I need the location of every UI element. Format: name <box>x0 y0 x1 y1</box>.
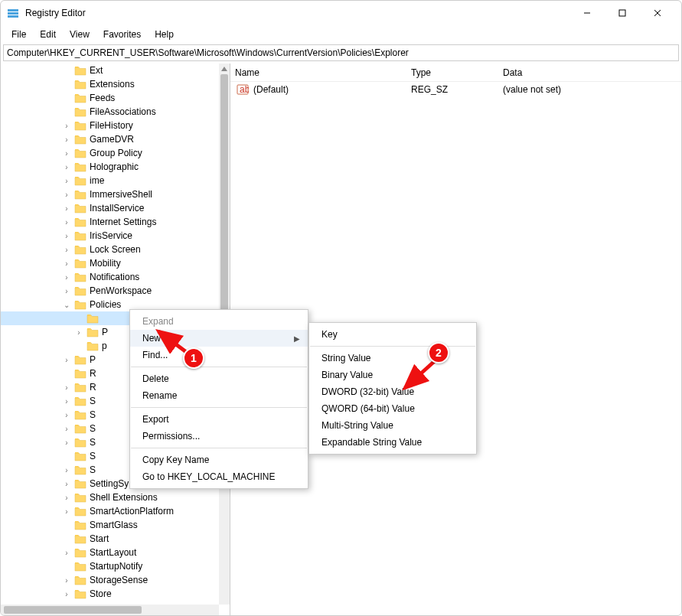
context-rename[interactable]: Rename <box>130 387 308 404</box>
tree-horizontal-scrollbar[interactable] <box>1 605 219 615</box>
tree-item[interactable]: Extensions <box>1 77 219 91</box>
tree-item[interactable]: SmartGlass <box>1 518 219 532</box>
maximize-button[interactable] <box>605 1 640 25</box>
tree-item[interactable]: ›ImmersiveShell <box>1 187 219 201</box>
tree-item[interactable]: ›StartLayout <box>1 546 219 559</box>
svg-rect-1 <box>8 12 18 15</box>
tree-label: Mobility <box>90 258 121 269</box>
chevron-icon[interactable]: › <box>62 438 71 447</box>
menu-view[interactable]: View <box>64 28 96 41</box>
tree-item[interactable]: ›Group Policy <box>1 146 219 160</box>
tree-item[interactable]: ›GameDVR <box>1 132 219 146</box>
chevron-icon[interactable]: › <box>62 149 71 158</box>
tree-item[interactable]: ›PenWorkspace <box>1 284 219 298</box>
minimize-button[interactable] <box>569 1 605 25</box>
context-export[interactable]: Export <box>130 411 308 428</box>
tree-item[interactable]: ›InstallService <box>1 201 219 215</box>
column-header-name[interactable]: Name <box>230 67 406 78</box>
regedit-app-icon <box>7 7 19 19</box>
submenu-key[interactable]: Key <box>309 326 476 343</box>
chevron-icon[interactable]: › <box>62 356 71 364</box>
scroll-up-icon[interactable] <box>220 65 228 73</box>
submenu-dword-value[interactable]: DWORD (32-bit) Value <box>309 383 476 400</box>
tree-item[interactable]: ›Notifications <box>1 270 219 284</box>
chevron-icon[interactable]: › <box>62 590 71 598</box>
chevron-icon[interactable]: › <box>62 232 71 240</box>
tree-label: Extensions <box>90 79 135 90</box>
tree-item[interactable]: StartupNotify <box>1 559 219 573</box>
chevron-icon[interactable]: › <box>62 507 71 516</box>
tree-label: Notifications <box>90 272 139 282</box>
chevron-icon[interactable]: › <box>62 163 71 171</box>
chevron-icon[interactable]: › <box>62 397 71 406</box>
tree-item[interactable]: Ext <box>1 64 219 77</box>
chevron-icon[interactable]: › <box>62 135 71 144</box>
value-type: REG_SZ <box>411 84 503 95</box>
tree-label: S <box>90 464 96 475</box>
tree-label: ImmersiveShell <box>90 189 152 200</box>
chevron-icon[interactable]: › <box>62 204 71 213</box>
tree-item[interactable]: ›Internet Settings <box>1 215 219 229</box>
scroll-thumb-vertical[interactable] <box>220 74 228 319</box>
tree-item[interactable]: Start <box>1 532 219 546</box>
tree-item[interactable]: ›Shell Extensions <box>1 491 219 504</box>
column-header-data[interactable]: Data <box>498 67 681 78</box>
separator <box>131 407 307 408</box>
tree-item[interactable]: ›Store <box>1 587 219 601</box>
chevron-icon[interactable]: › <box>62 494 71 502</box>
chevron-icon[interactable]: › <box>74 328 83 337</box>
chevron-icon[interactable]: › <box>62 480 71 488</box>
tree-item[interactable]: FileAssociations <box>1 105 219 119</box>
submenu-multi-string-value[interactable]: Multi-String Value <box>309 417 476 434</box>
tree-item[interactable]: ›Lock Screen <box>1 243 219 256</box>
string-value-icon: ab <box>237 83 249 96</box>
chevron-icon[interactable]: › <box>62 122 71 130</box>
chevron-icon[interactable]: › <box>62 411 71 419</box>
context-delete[interactable]: Delete <box>130 370 308 387</box>
submenu-arrow-icon: ▶ <box>294 334 300 343</box>
tree-item[interactable]: ›Mobility <box>1 256 219 270</box>
submenu-binary-value[interactable]: Binary Value <box>309 367 476 383</box>
context-copy-key-name[interactable]: Copy Key Name <box>130 451 308 468</box>
chevron-icon[interactable]: › <box>62 549 71 557</box>
chevron-icon[interactable]: › <box>62 273 71 282</box>
chevron-icon[interactable]: ⌄ <box>62 301 71 309</box>
menu-file[interactable]: File <box>5 28 32 41</box>
menu-help[interactable]: Help <box>148 28 180 41</box>
tree-label: R <box>90 382 96 393</box>
address-text: Computer\HKEY_CURRENT_USER\Software\Micr… <box>7 47 409 58</box>
tree-item[interactable]: ›SmartActionPlatform <box>1 504 219 518</box>
tree-item[interactable]: ›FileHistory <box>1 119 219 132</box>
tree-label: Holographic <box>90 161 139 172</box>
submenu-string-value[interactable]: String Value <box>309 350 476 367</box>
tree-item[interactable]: Feeds <box>1 91 219 105</box>
chevron-icon[interactable]: › <box>62 466 71 474</box>
chevron-icon[interactable]: › <box>62 287 71 295</box>
tree-label: SmartGlass <box>90 520 138 530</box>
chevron-icon[interactable]: › <box>62 259 71 268</box>
tree-label: PenWorkspace <box>90 285 152 296</box>
chevron-icon[interactable]: › <box>62 191 71 199</box>
address-bar[interactable]: Computer\HKEY_CURRENT_USER\Software\Micr… <box>3 44 679 61</box>
submenu-qword-value[interactable]: QWORD (64-bit) Value <box>309 400 476 417</box>
menu-favorites[interactable]: Favorites <box>97 28 147 41</box>
chevron-icon[interactable]: › <box>62 177 71 185</box>
value-row-default[interactable]: ab (Default) REG_SZ (value not set) <box>230 82 681 97</box>
tree-item[interactable]: ›StorageSense <box>1 573 219 587</box>
chevron-icon[interactable]: › <box>62 576 71 585</box>
value-name: (Default) <box>253 84 411 95</box>
chevron-icon[interactable]: › <box>62 383 71 392</box>
chevron-icon[interactable]: › <box>62 246 71 254</box>
submenu-expandable-string-value[interactable]: Expandable String Value <box>309 434 476 451</box>
tree-item[interactable]: ›ime <box>1 174 219 187</box>
menu-edit[interactable]: Edit <box>34 28 62 41</box>
chevron-icon[interactable]: › <box>62 425 71 433</box>
tree-item[interactable]: ›IrisService <box>1 229 219 243</box>
context-goto-hklm[interactable]: Go to HKEY_LOCAL_MACHINE <box>130 468 308 485</box>
tree-item[interactable]: ›Holographic <box>1 160 219 174</box>
scroll-thumb[interactable] <box>4 606 142 614</box>
close-button[interactable] <box>640 1 675 25</box>
column-header-type[interactable]: Type <box>406 67 498 78</box>
context-permissions[interactable]: Permissions... <box>130 428 308 445</box>
chevron-icon[interactable]: › <box>62 218 71 227</box>
